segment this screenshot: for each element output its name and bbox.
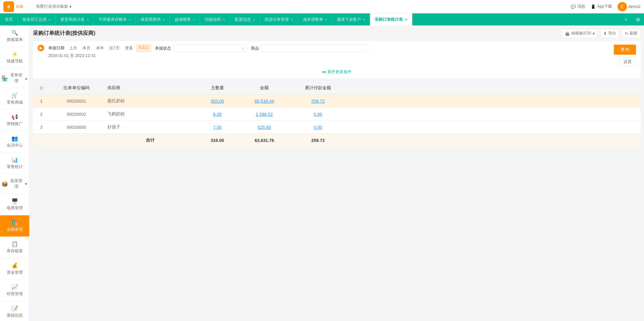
filter-collapse-button[interactable]: ▶ (38, 45, 44, 51)
date-range-display: 2016-01-01 至 2023-12-31 (48, 53, 96, 59)
wholesale-arrow-icon: ▼ (24, 182, 28, 186)
sidebar-item-stock[interactable]: 📋 库存核算 (0, 237, 29, 258)
tab-config-info-label: 配置信息 (235, 17, 251, 22)
tab-cost-adjust[interactable]: 成本调整单× (298, 13, 332, 25)
app-label: App下载 (597, 4, 612, 9)
tab-cost-adjust-close[interactable]: × (325, 17, 327, 21)
tab-available-stock[interactable]: 可用量库存账本× (94, 13, 136, 25)
tab-expiry-query[interactable]: 保质期查询× (136, 13, 170, 25)
tab-func-desc-close[interactable]: × (223, 17, 225, 21)
row1-seq: 1 (33, 95, 50, 108)
tab-config-info[interactable]: 配置信息× (230, 13, 260, 25)
page-header: 采购订单统计表(按供应商) 🖨️ 按模板打印 ▾ ⬇ 导出 ↻ 刷新 (33, 29, 641, 38)
sidebar-item-purchase[interactable]: 🛍️ 采购管理 (0, 215, 29, 237)
sidebar-item-retail-mall[interactable]: 🛒 零售商城 (0, 88, 29, 110)
message-button[interactable]: 💬 消息 (571, 4, 585, 9)
col-header-extra (345, 82, 641, 95)
tab-expand-button[interactable]: ⊞ (632, 13, 644, 25)
sidebar-item-retail-stat[interactable]: 📊 零售统计 (0, 153, 29, 174)
status-select[interactable]: ▾ (173, 45, 247, 52)
setting-button[interactable]: 设置 (619, 57, 636, 66)
date-filter-label: 单据日期 (48, 45, 64, 51)
app-download-button[interactable]: 📱 App下载 (591, 4, 612, 9)
date-quick-this-month[interactable]: 本月 (80, 45, 93, 52)
goods-input[interactable]: … (261, 45, 368, 52)
sidebar-item-finance[interactable]: 💰 资金管理 (0, 258, 29, 280)
logo-icon: 6 (3, 1, 14, 12)
tab-order-summary-close[interactable]: × (87, 17, 89, 21)
date-quick-this-year[interactable]: 本年 (94, 45, 106, 52)
tab-func-desc[interactable]: 功能说明× (200, 13, 230, 25)
tab-pick-task-label: 拣货任务管理 (265, 17, 289, 22)
tab-recv-send[interactable]: 收发存汇总表× (18, 13, 56, 25)
tab-expiry-query-close[interactable]: × (163, 17, 165, 21)
sidebar-item-search[interactable]: 🔍 搜索菜单 (0, 25, 29, 47)
tab-purchase-summary[interactable]: 采购订单统计表× (370, 13, 412, 25)
status-filter: 单据状态 ▾ (155, 45, 247, 52)
tab-order-summary-label: 要货单统计表 (60, 17, 85, 22)
tab-pick-task[interactable]: 拣货任务管理× (260, 13, 298, 25)
sidebar-item-wholesale[interactable]: 📦 批发管理 ▼ (0, 174, 29, 194)
row2-qty[interactable]: 6.00 (197, 108, 237, 121)
sidebar-marketing-label: 营销推广 (7, 121, 23, 127)
tab-available-stock-label: 可用量库存账本 (99, 17, 127, 22)
date-quick-last-month[interactable]: 上月 (67, 45, 79, 52)
row1-extra (345, 95, 641, 108)
sidebar-item-quick-nav[interactable]: ⚡ 快捷导航 (0, 47, 29, 68)
row1-qty[interactable]: 303.00 (197, 95, 237, 108)
tab-recv-send-close[interactable]: × (49, 17, 51, 21)
tab-func-desc-label: 功能说明 (205, 17, 221, 22)
logo-area: 6 标版 (3, 1, 33, 12)
tab-close-all-button[interactable]: × (620, 13, 632, 25)
tab-overstock-close[interactable]: × (193, 17, 195, 21)
workspace-arrow-icon: ▾ (69, 4, 71, 9)
export-button[interactable]: ⬇ 导出 (600, 29, 619, 38)
row3-extra (345, 121, 641, 134)
refresh-button[interactable]: ↻ 刷新 (622, 29, 641, 38)
tab-invite-down-close[interactable]: × (363, 17, 365, 21)
print-button[interactable]: 🖨️ 按模板打印 ▾ (562, 29, 598, 38)
retail-mall-icon: 🛒 (11, 92, 18, 99)
sidebar-basic-info-label: 基础信息 (7, 313, 23, 318)
user-menu[interactable]: E demo2 (618, 2, 641, 11)
row2-amount[interactable]: 1,586.52 (237, 108, 291, 121)
sidebar-retail-label: 零售管理 (9, 72, 24, 84)
row3-qty[interactable]: 7.00 (197, 121, 237, 134)
col-header-gear[interactable]: ⚙ (33, 82, 50, 95)
table-footer: 合计 316.00 62,631.76 259.72 (33, 134, 641, 147)
date-quick-buttons: 上月 本月 本年 近7天 更多 自定义 (67, 45, 151, 52)
query-button[interactable]: 查询 (614, 45, 636, 55)
tab-home[interactable]: 首页 (0, 13, 18, 25)
sidebar-finance-label: 资金管理 (7, 270, 23, 275)
tab-config-info-close[interactable]: × (253, 17, 255, 21)
row3-amount[interactable]: 525.80 (237, 121, 291, 134)
tab-available-stock-close[interactable]: × (129, 17, 131, 21)
logo-text: 标版 (16, 4, 23, 9)
tab-purchase-summary-close[interactable]: × (405, 17, 407, 21)
sidebar-search-label: 搜索菜单 (7, 37, 23, 43)
sidebar-item-ecommerce[interactable]: 🖥️ 电商管理 (0, 194, 29, 215)
sidebar-item-member[interactable]: 👥 会员中心 (0, 131, 29, 153)
workspace-selector[interactable]: 母婴行业演示账套 ▾ (33, 0, 74, 13)
goods-more-icon[interactable]: … (361, 46, 365, 51)
message-label: 消息 (577, 4, 585, 9)
row3-paid[interactable]: 0.00 (291, 121, 345, 134)
print-label: 按模板打印 (571, 31, 591, 36)
sidebar-item-operation[interactable]: 📈 经营管理 (0, 280, 29, 301)
expand-more-button[interactable]: ▾▾ 展开更多条件 (38, 69, 636, 75)
row1-amount[interactable]: 60,519.44 (237, 95, 291, 108)
tab-pick-task-close[interactable]: × (291, 17, 293, 21)
date-quick-more[interactable]: 更多 (123, 45, 135, 52)
sidebar-item-marketing[interactable]: 📢 营销推广 (0, 110, 29, 131)
row1-paid[interactable]: 259.72 (291, 95, 345, 108)
row2-paid[interactable]: 0.00 (291, 108, 345, 121)
tab-order-summary[interactable]: 要货单统计表× (56, 13, 94, 25)
sidebar-item-retail[interactable]: 🏪 零售管理 ▲ (0, 68, 29, 88)
row1-code: 00020001 (50, 95, 103, 108)
sidebar-item-basic-info[interactable]: 📝 基础信息 (0, 301, 29, 321)
date-quick-7days[interactable]: 近7天 (107, 45, 122, 52)
row1-supplier: 惠氏奶粉 (103, 95, 197, 108)
sidebar-stock-label: 库存核算 (7, 248, 23, 254)
tab-invite-down[interactable]: 邀请下游客户× (332, 13, 370, 25)
tab-overstock[interactable]: 超储预警× (170, 13, 200, 25)
